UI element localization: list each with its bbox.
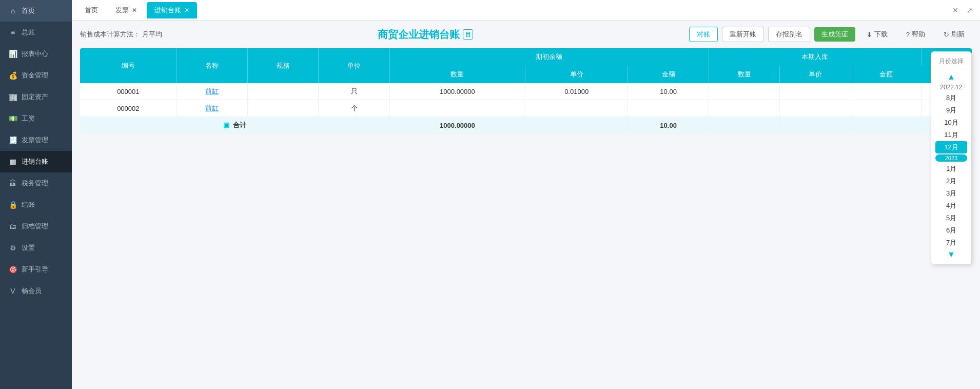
save-alias-button[interactable]: 存报别名 — [768, 27, 810, 42]
reports-icon: 📊 — [8, 50, 17, 58]
sidebar-item-invoice-mgmt[interactable]: 🧾 发票管理 — [0, 129, 72, 151]
sidebar-item-member[interactable]: V 畅会员 — [0, 280, 72, 302]
help-icon: ? — [906, 31, 910, 38]
tab-invoice-close[interactable]: ✕ — [132, 7, 137, 13]
month-4[interactable]: 4月 — [931, 200, 971, 212]
download-button[interactable]: ⬇ 下载 — [859, 27, 895, 42]
generate-voucher-button[interactable]: 生成凭证 — [814, 27, 855, 42]
sidebar-item-assets[interactable]: 🏢 固定资产 — [0, 86, 72, 108]
col-inbound-amount: 金额 — [851, 66, 921, 83]
row1-unit: 只 — [319, 83, 389, 100]
total-label: ▣ 合计 — [80, 117, 389, 134]
sidebar-item-finance[interactable]: 💰 资金管理 — [0, 65, 72, 86]
month-2[interactable]: 2月 — [931, 175, 971, 187]
row1-inbound-amount — [851, 83, 921, 100]
sidebar-item-reports[interactable]: 📊 报表中心 — [0, 43, 72, 65]
page-title: 商贸企业进销台账 — [378, 28, 460, 42]
tab-inventory-close[interactable]: ✕ — [184, 7, 189, 13]
row2-inbound-price — [780, 100, 851, 117]
sidebar-item-settings[interactable]: ⚙ 设置 — [0, 237, 72, 259]
tab-inventory[interactable]: 进销台账 ✕ — [147, 2, 197, 18]
tab-invoice[interactable]: 发票 ✕ — [108, 2, 145, 18]
total-opening-amount: 10.00 — [628, 117, 709, 134]
total-row: ▣ 合计 1000.00000 10.00 — [80, 117, 972, 134]
row1-spec — [248, 83, 319, 100]
cost-method-label: 销售成本计算方法： — [80, 30, 140, 38]
page-title-area: 商贸企业进销台账 目 — [378, 28, 473, 42]
window-maximize-button[interactable]: ⤢ — [965, 5, 975, 15]
month-6[interactable]: 6月 — [931, 224, 971, 237]
inventory-table-container: 编号 名称 规格 单位 期初余额 本期入库 数 数量 单价 金额 数量 单价 — [80, 48, 972, 134]
total-icon: ▣ — [223, 121, 229, 129]
window-close-button[interactable]: ✕ — [950, 5, 961, 15]
col-code: 编号 — [80, 48, 177, 83]
month-prev-button[interactable]: ▲ — [931, 71, 971, 83]
row1-inbound-price — [780, 83, 851, 100]
month-next-button[interactable]: ▼ — [931, 249, 971, 260]
tax-icon: 🏛 — [8, 179, 17, 187]
table-row: 000001 前缸 只 1000.00000 0.01000 10.00 — [80, 83, 972, 100]
tab-bar: 首页 发票 ✕ 进销台账 ✕ ✕ ⤢ — [72, 0, 980, 21]
close-accounts-icon: 🔒 — [8, 201, 17, 209]
reopen-button[interactable]: 重新开账 — [722, 27, 764, 42]
toolbar-right: 对账 重新开账 存报别名 生成凭证 ⬇ 下载 ? 帮助 ↻ 刷新 — [689, 27, 972, 42]
sidebar-item-inventory[interactable]: ▦ 进销台账 — [0, 151, 72, 172]
month-panel-title: 月份选择 — [931, 56, 971, 69]
row2-unit: 个 — [319, 100, 389, 117]
total-opening-qty: 1000.00000 — [389, 117, 525, 134]
sidebar: ⌂ 首页 ≡ 总账 📊 报表中心 💰 资金管理 🏢 固定资产 💵 工资 🧾 发票… — [0, 0, 72, 389]
row2-opening-price — [525, 100, 628, 117]
month-3[interactable]: 3月 — [931, 187, 971, 200]
payroll-icon: 💵 — [8, 114, 17, 123]
cost-method: 销售成本计算方法： 月平均 — [80, 30, 162, 39]
guide-icon: 🎯 — [8, 265, 17, 274]
tab-invoice-label: 发票 — [115, 6, 129, 15]
page-body: 销售成本计算方法： 月平均 商贸企业进销台账 目 对账 重新开账 存报别名 生成… — [72, 21, 980, 389]
col-inbound-qty: 数量 — [709, 66, 779, 83]
month-12[interactable]: 12月 — [935, 141, 967, 153]
col-opening-qty: 数量 — [389, 66, 525, 83]
total-inbound-amount — [851, 117, 921, 134]
tab-inventory-label: 进销台账 — [154, 6, 181, 15]
archive-icon: 🗂 — [8, 222, 17, 230]
member-icon: V — [8, 287, 17, 295]
total-inbound-qty — [709, 117, 779, 134]
settings-icon: ⚙ — [8, 244, 17, 252]
help-button[interactable]: ? 帮助 — [899, 27, 932, 42]
col-opening-price: 单价 — [525, 66, 628, 83]
sidebar-item-guide[interactable]: 🎯 新手引导 — [0, 259, 72, 280]
total-opening-price — [525, 117, 628, 134]
tab-home[interactable]: 首页 — [77, 2, 106, 18]
row1-name: 前缸 — [177, 83, 247, 100]
inventory-table: 编号 名称 规格 单位 期初余额 本期入库 数 数量 单价 金额 数量 单价 — [80, 48, 972, 134]
home-icon: ⌂ — [8, 7, 17, 15]
cost-method-value: 月平均 — [142, 30, 162, 38]
month-10[interactable]: 10月 — [931, 116, 971, 129]
sidebar-item-payroll[interactable]: 💵 工资 — [0, 108, 72, 129]
reconcile-button[interactable]: 对账 — [689, 27, 718, 42]
month-11[interactable]: 11月 — [931, 129, 971, 141]
download-icon: ⬇ — [867, 31, 872, 38]
month-8[interactable]: 8月 — [931, 92, 971, 104]
year-2022-label: 2022.12 — [931, 83, 971, 92]
row2-code: 000002 — [80, 100, 177, 117]
sidebar-item-close[interactable]: 🔒 结账 — [0, 194, 72, 216]
row1-opening-amount: 10.00 — [628, 83, 709, 100]
month-5[interactable]: 5月 — [931, 212, 971, 224]
month-panel: 月份选择 ▲ 2022.12 8月 9月 10月 11月 12月 2023 1月… — [931, 51, 972, 265]
sidebar-item-ledger[interactable]: ≡ 总账 — [0, 22, 72, 43]
tab-home-label: 首页 — [85, 6, 98, 15]
row1-code: 000001 — [80, 83, 177, 100]
month-1[interactable]: 1月 — [931, 163, 971, 175]
inventory-icon: ▦ — [8, 158, 17, 166]
col-name: 名称 — [177, 48, 247, 83]
info-icon[interactable]: 目 — [463, 29, 473, 40]
year-2023-badge: 2023 — [935, 154, 967, 162]
sidebar-item-home[interactable]: ⌂ 首页 — [0, 0, 72, 22]
window-controls: ✕ ⤢ — [950, 5, 975, 15]
refresh-button[interactable]: ↻ 刷新 — [936, 27, 972, 42]
month-9[interactable]: 9月 — [931, 104, 971, 116]
sidebar-item-tax[interactable]: 🏛 税务管理 — [0, 172, 72, 194]
month-7[interactable]: 7月 — [931, 237, 971, 249]
sidebar-item-archive[interactable]: 🗂 归档管理 — [0, 216, 72, 237]
